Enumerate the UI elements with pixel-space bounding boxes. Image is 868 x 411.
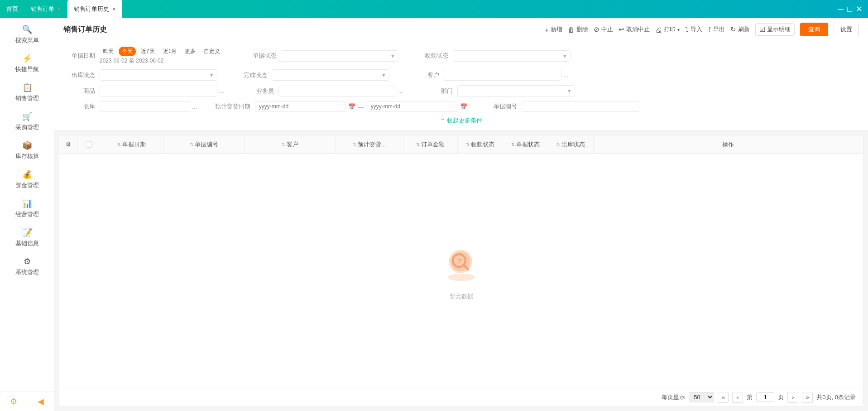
dept-chevron: ▾ [568,87,571,94]
sidebar-collapse-icon[interactable]: ◀ [38,396,44,406]
import-button[interactable]: ⤵ 导入 [685,25,702,34]
calendar-to-icon[interactable]: 📅 [460,103,467,110]
collapse-icon: ⌃ [440,117,445,124]
warehouse-input[interactable] [100,101,190,112]
export-button[interactable]: ⤴ 导出 [708,25,725,34]
window-close-icon[interactable]: ✕ [856,4,863,14]
per-page-select[interactable]: 50 10 20 100 [689,392,714,402]
show-detail-icon: ☑ [759,25,765,34]
date-today[interactable]: 今天 [119,47,136,56]
quick-nav-icon: ⚡ [22,53,32,63]
th-amount-label: 订单金额 [421,140,445,149]
sidebar-item-inventory[interactable]: 📦 库存核算 [0,136,54,165]
date-btns: 昨天 今天 近7天 近1月 更多 自定义 [100,47,226,56]
date-last7[interactable]: 近7天 [138,47,158,56]
maximize-icon[interactable]: □ [847,5,852,14]
th-customer[interactable]: ⇅ 客户 [245,135,336,154]
sidebar-item-basic[interactable]: 📝 基础信息 [0,223,54,252]
customer-dots[interactable]: ... [563,72,568,78]
product-dots[interactable]: ... [219,87,224,94]
new-button[interactable]: + 新增 [545,25,562,34]
sidebar-item-finance[interactable]: 💰 资金管理 [0,165,54,194]
top-bar: 首页 销售订单 ✕ 销售订单历史 ✕ ─ □ ✕ [0,0,868,18]
th-delivery[interactable]: ⇅ 预计交货... [336,135,403,154]
delete-label: 删除 [576,25,588,34]
delivery-date-label: 预计交货日期 [215,102,255,111]
next-page-button[interactable]: › [787,392,798,403]
customer-field: ... [444,70,568,81]
prev-page-button[interactable]: ‹ [732,392,743,403]
page-input[interactable]: 1 [756,392,774,402]
settings-icon[interactable]: ⚙ [66,141,71,148]
th-date-sort-icon: ⇅ [117,142,121,147]
product-input[interactable] [100,86,217,97]
sidebar-item-inventory-label: 库存核算 [15,152,39,160]
tab-sales-order-close[interactable]: ✕ [57,6,61,12]
calendar-from-icon[interactable]: 📅 [348,103,355,110]
th-out-status[interactable]: ⇅ 出库状态 [548,135,594,154]
last-page-button[interactable]: » [802,392,813,403]
refresh-button[interactable]: ↻ 刷新 [730,25,750,34]
tab-sales-order[interactable]: 销售订单 ✕ [24,0,67,18]
print-label: 打印 [664,25,676,34]
sidebar-settings-icon[interactable]: ⚙ [10,396,17,406]
sidebar-item-purchase[interactable]: 🛒 采购管理 [0,107,54,136]
th-out-sort-icon: ⇅ [556,142,560,147]
import-icon: ⤵ [685,26,689,34]
empty-illustration: ? [439,241,484,288]
refresh-icon: ↻ [730,25,736,34]
show-detail-button[interactable]: ☑ 显示明细 [755,23,795,36]
date-last1month[interactable]: 近1月 [160,47,180,56]
delete-button[interactable]: 🗑 删除 [568,25,588,34]
warehouse-dots[interactable]: ... [192,103,197,110]
date-custom[interactable]: 自定义 [201,47,223,56]
minimize-icon[interactable]: ─ [838,5,844,14]
tab-home[interactable]: 首页 [0,0,24,18]
bill-status-select[interactable]: ▾ [281,50,398,62]
th-order-no[interactable]: ⇅ 单据编号 [163,135,245,154]
collapse-row[interactable]: ⌃ 收起更多条件 [63,116,859,125]
dept-select[interactable]: ▾ [457,85,575,97]
salesman-input[interactable] [278,86,396,97]
cancel-stop-button[interactable]: ↩ 取消中止 [619,25,650,34]
th-payment[interactable]: ⇅ 收款状态 [458,135,503,154]
th-bill-status[interactable]: ⇅ 单据状态 [503,135,548,154]
th-date[interactable]: ⇅ 单据日期 [100,135,163,154]
salesman-label: 业务员 [242,87,278,95]
sidebar-item-search[interactable]: 🔍 搜索菜单 [0,20,54,49]
th-action-label: 操作 [722,140,734,149]
select-all-checkbox[interactable] [86,141,92,148]
set-button[interactable]: 设置 [834,23,859,36]
per-page-label: 每页显示 [662,393,685,401]
delivery-date-from[interactable] [255,101,345,112]
content: 销售订单历史 + 新增 🗑 删除 ⊘ 中止 ↩ 取消中止 [54,18,868,411]
bill-number-input[interactable] [522,101,639,112]
payment-status-select[interactable]: ▾ [453,50,571,62]
th-settings[interactable]: ⚙ [59,135,77,154]
th-delivery-sort-icon: ⇅ [353,142,356,147]
th-bill-status-sort-icon: ⇅ [511,142,515,147]
delivery-date-to[interactable] [367,101,457,112]
filter-section: 单据日期 昨天 今天 近7天 近1月 更多 自定义 2023-06-02 至 2… [54,41,868,131]
sidebar-item-system[interactable]: ⚙ 系统管理 [0,252,54,281]
sidebar-item-sales[interactable]: 📋 销售管理 [0,78,54,107]
salesman-dots[interactable]: ... [398,87,403,94]
complete-status-select[interactable]: ▾ [272,69,389,81]
filter-row-2: 出库状态 ▾ 完成状态 ▾ 客户 ... [63,69,859,81]
query-button[interactable]: 查询 [800,23,828,36]
date-more[interactable]: 更多 [182,47,199,56]
sidebar-item-quick-nav[interactable]: ⚡ 快捷导航 [0,49,54,78]
th-amount[interactable]: ⇅ 订单金额 [403,135,458,154]
tab-sales-order-history[interactable]: 销售订单历史 ✕ [67,0,122,18]
th-out-label: 出库状态 [561,140,585,149]
print-button[interactable]: 🖨 打印 ▾ [655,25,680,34]
import-label: 导入 [691,25,702,34]
customer-input[interactable] [444,70,561,81]
sidebar-item-operation[interactable]: 📊 经营管理 [0,194,54,223]
stop-button[interactable]: ⊘ 中止 [594,25,613,34]
tab-sales-order-history-close[interactable]: ✕ [112,6,116,12]
date-yesterday[interactable]: 昨天 [100,47,117,56]
first-page-button[interactable]: « [718,392,729,403]
table-footer: 每页显示 50 10 20 100 « ‹ 第 1 页 › » 共0页, 0条记… [59,388,863,406]
out-status-select[interactable]: ▾ [100,69,217,81]
